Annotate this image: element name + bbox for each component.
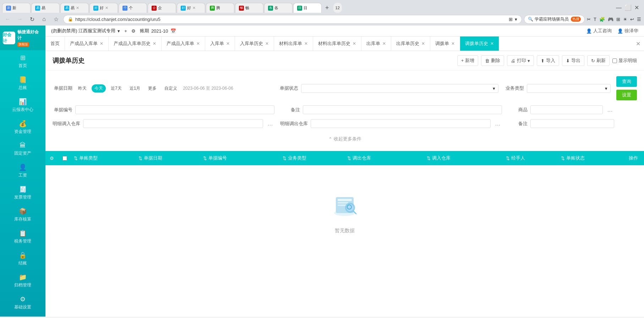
site-settings-icon[interactable]: ⊞: [509, 17, 513, 22]
doc-no-input[interactable]: [75, 105, 274, 114]
page-tab-3-close[interactable]: ✕: [196, 41, 200, 46]
menu-icon[interactable]: ☰: [637, 17, 641, 22]
bookmark-button[interactable]: ☆: [51, 14, 61, 24]
print-button[interactable]: 🖨 打印 ▾: [507, 55, 534, 66]
col-header-out[interactable]: ⇅ 调出仓库: [344, 151, 424, 165]
browser-tab-2[interactable]: 易 易: [31, 3, 60, 13]
browser-tab-4[interactable]: 好 好 ✕: [89, 3, 118, 13]
sidebar-item-settings[interactable]: ⚙ 基础设置: [0, 292, 45, 314]
refresh-button[interactable]: ↻: [27, 14, 37, 24]
table-checkbox-header[interactable]: [58, 152, 71, 164]
table-gear-header[interactable]: ⚙: [45, 152, 58, 164]
note2-input[interactable]: [530, 119, 614, 128]
import-button[interactable]: ⬆ 导入: [537, 55, 559, 66]
sidebar-item-tax[interactable]: 📋 税务管理: [0, 226, 45, 248]
export-button[interactable]: ⬇ 导出: [562, 55, 584, 66]
col-header-no[interactable]: ⇅ 单据编号: [200, 151, 280, 165]
sidebar-item-closing[interactable]: 🔒 结账: [0, 248, 45, 270]
browser-tab-9[interactable]: 畅 畅: [235, 3, 263, 13]
page-tab-7-close[interactable]: ✕: [353, 41, 356, 46]
date-btn-today[interactable]: 今天: [92, 84, 106, 93]
col-header-type[interactable]: ⇅ 单账类型: [71, 151, 136, 165]
date-btn-1month[interactable]: 近1月: [127, 84, 143, 93]
grid-icon[interactable]: ⊞: [616, 17, 620, 22]
page-tab-6[interactable]: 材料出库单 ✕: [274, 37, 313, 51]
browser-tab-7[interactable]: 好 好 ✕: [177, 3, 205, 13]
detail-out-input[interactable]: [311, 119, 491, 128]
tab-count[interactable]: 12: [333, 3, 342, 13]
close-icon[interactable]: ✕: [634, 3, 639, 13]
select-all-checkbox[interactable]: [62, 156, 67, 161]
page-tab-4-close[interactable]: ✕: [226, 41, 230, 46]
goods-input[interactable]: [530, 105, 603, 114]
browser-tab-11[interactable]: 目 目: [293, 3, 322, 13]
col-header-date[interactable]: ⇅ 单据日期: [136, 151, 200, 165]
col-header-biz[interactable]: ⇅ 业务类型: [280, 151, 344, 165]
page-tab-1-close[interactable]: ✕: [100, 41, 103, 46]
tab-close-3[interactable]: ✕: [76, 6, 79, 10]
brightness-icon[interactable]: ☀: [623, 17, 627, 22]
company-selector[interactable]: (勿删勿禁用) 江西服宝测试专用 ▾: [51, 28, 120, 34]
page-tab-6-close[interactable]: ✕: [304, 41, 308, 46]
page-tab-7[interactable]: 材料出库单历史 ✕: [313, 37, 361, 51]
browser-tab-10[interactable]: 各 各: [264, 3, 293, 13]
page-tab-4[interactable]: 入库单 ✕: [205, 37, 235, 51]
page-tab-home[interactable]: 首页: [45, 37, 65, 51]
home-button[interactable]: ⌂: [39, 14, 49, 24]
extensions-icon[interactable]: 🧩: [599, 17, 605, 22]
period-selector[interactable]: 账期 2021-10 📅: [140, 28, 176, 34]
show-all-checkbox[interactable]: 显示明细: [612, 57, 637, 64]
page-tab-2[interactable]: 产成品入库单历史 ✕: [109, 37, 162, 51]
forward-button[interactable]: →: [15, 14, 25, 24]
tab-close-7[interactable]: ✕: [192, 6, 196, 10]
minimize-icon[interactable]: —: [616, 3, 622, 13]
col-header-status[interactable]: ⇅ 单账状态: [558, 151, 623, 165]
page-tab-10-close[interactable]: ✕: [451, 41, 455, 46]
date-btn-7days[interactable]: 近7天: [108, 84, 125, 93]
date-btn-custom[interactable]: 自定义: [162, 84, 180, 93]
goods-picker-icon[interactable]: …: [606, 107, 614, 113]
back-button[interactable]: ←: [3, 14, 13, 24]
tab-bar-close-button[interactable]: ✕: [632, 40, 644, 47]
page-tab-11[interactable]: 调拨单历史 ✕: [460, 37, 499, 51]
history-icon[interactable]: ↩: [630, 17, 634, 22]
page-tab-9[interactable]: 出库单历史 ✕: [391, 37, 430, 51]
sidebar-item-guide[interactable]: 📖 新手引导: [0, 314, 45, 317]
new-tab-button[interactable]: +: [322, 3, 332, 13]
note-input[interactable]: [303, 105, 502, 114]
url-bar[interactable]: 🔒 https://cloud.chanjet.com/accounting/u…: [63, 15, 522, 24]
detail-in-picker-icon[interactable]: …: [266, 121, 274, 127]
filter-settings-button[interactable]: 设置: [616, 90, 637, 100]
page-tab-3[interactable]: 产成品入库单 ✕: [162, 37, 205, 51]
status-filter-select[interactable]: ▾: [301, 84, 498, 93]
collapse-button[interactable]: ⌃ 收起更多条件: [328, 136, 361, 142]
add-company-icon[interactable]: +: [124, 28, 127, 34]
page-tab-8-close[interactable]: ✕: [382, 41, 386, 46]
delete-button[interactable]: 🗑 删除: [481, 55, 504, 66]
user-button[interactable]: 👤 徐泽华: [617, 28, 638, 34]
page-tab-5[interactable]: 入库单历史 ✕: [235, 37, 274, 51]
page-tab-9-close[interactable]: ✕: [421, 41, 425, 46]
refresh-button[interactable]: ↻ 刷新: [587, 55, 610, 66]
page-tab-2-close[interactable]: ✕: [153, 41, 156, 46]
page-tab-10[interactable]: 调拨单 ✕: [430, 37, 460, 51]
page-tab-11-close[interactable]: ✕: [490, 41, 494, 46]
maximize-icon[interactable]: ⬜: [624, 3, 632, 13]
col-header-handler[interactable]: ⇅ 经手人: [503, 151, 558, 165]
dropdown-icon[interactable]: ▾: [515, 17, 517, 22]
sidebar-item-inventory[interactable]: 📦 库存核算: [0, 204, 45, 226]
scissors-icon[interactable]: ✂: [587, 17, 591, 22]
sidebar-item-invoice[interactable]: 🧾 发票管理: [0, 182, 45, 204]
browser-tab-3[interactable]: 易 易 ✕: [60, 3, 89, 13]
date-btn-yesterday[interactable]: 昨天: [75, 84, 89, 93]
sidebar-item-reports[interactable]: 📊 云报表中心: [0, 94, 45, 116]
page-tab-5-close[interactable]: ✕: [265, 41, 269, 46]
translate-icon[interactable]: T: [594, 17, 596, 22]
service-button[interactable]: 👤 人工咨询: [586, 28, 612, 34]
detail-in-input[interactable]: [83, 119, 263, 128]
game-icon[interactable]: 🎮: [608, 17, 613, 22]
browser-tab-1[interactable]: 新 新: [2, 3, 31, 13]
query-button[interactable]: 查询: [616, 76, 637, 87]
detail-out-picker-icon[interactable]: …: [493, 121, 502, 127]
date-btn-more[interactable]: 更多: [145, 84, 159, 93]
